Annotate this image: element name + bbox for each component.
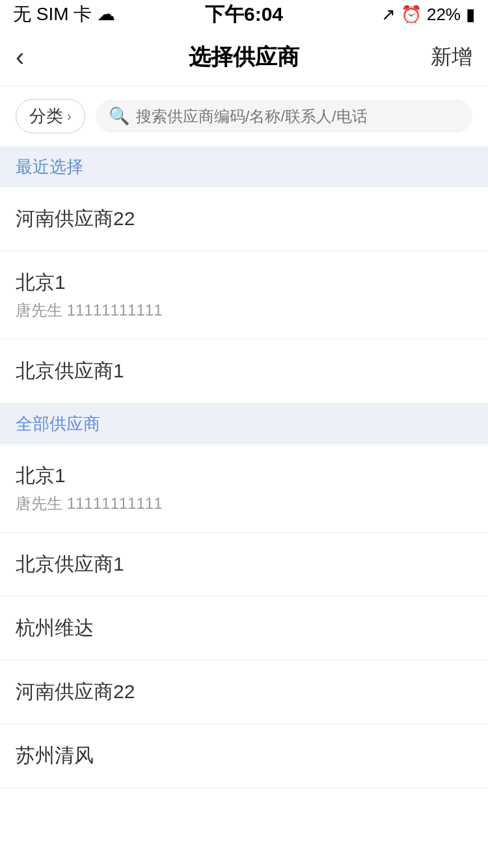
item-sub: 唐先生 11111111111 xyxy=(16,300,472,321)
sim-status: 无 SIM 卡 ☁ xyxy=(13,2,115,27)
list-item[interactable]: 河南供应商22 xyxy=(0,660,488,724)
back-button[interactable]: ‹ xyxy=(16,42,55,72)
list-item[interactable]: 北京1唐先生 11111111111 xyxy=(0,444,488,533)
list-item[interactable]: 北京供应商1 xyxy=(0,340,488,403)
status-right: ↗ ⏰ 22% ▮ xyxy=(381,5,475,25)
item-name: 河南供应商22 xyxy=(16,679,472,705)
item-name: 北京供应商1 xyxy=(16,358,472,385)
nav-bar: ‹ 选择供应商 新增 xyxy=(0,29,488,86)
recent-list: 河南供应商22北京1唐先生 11111111111北京供应商1 xyxy=(0,187,488,403)
item-name: 北京供应商1 xyxy=(16,551,472,578)
item-name: 杭州维达 xyxy=(16,615,472,642)
item-name: 河南供应商22 xyxy=(16,206,472,232)
filter-bar: 分类 › 🔍 xyxy=(0,86,488,146)
list-item[interactable]: 苏州清风 xyxy=(0,724,488,788)
recent-section-header: 最近选择 xyxy=(0,146,488,187)
list-item[interactable]: 杭州维达 xyxy=(0,597,488,660)
item-sub: 唐先生 11111111111 xyxy=(16,493,472,514)
list-item[interactable]: 北京1唐先生 11111111111 xyxy=(0,251,488,340)
status-left: 无 SIM 卡 ☁ xyxy=(13,2,115,27)
item-name: 苏州清风 xyxy=(16,742,472,769)
category-label: 分类 xyxy=(29,105,63,128)
search-box: 🔍 xyxy=(96,100,472,133)
all-section-header: 全部供应商 xyxy=(0,403,488,444)
status-bar: 无 SIM 卡 ☁ 下午6:04 ↗ ⏰ 22% ▮ xyxy=(0,0,488,29)
item-name: 北京1 xyxy=(16,269,472,296)
battery-indicator: 22% xyxy=(427,5,461,25)
location-icon: ↗ xyxy=(381,5,396,25)
add-button[interactable]: 新增 xyxy=(431,43,472,72)
alarm-icon: ⏰ xyxy=(401,5,422,25)
search-icon: 🔍 xyxy=(109,106,129,126)
chevron-right-icon: › xyxy=(67,109,72,124)
battery-icon: ▮ xyxy=(466,5,475,25)
search-input[interactable] xyxy=(136,107,459,126)
list-item[interactable]: 河南供应商22 xyxy=(0,187,488,251)
category-filter[interactable]: 分类 › xyxy=(16,99,85,133)
all-list: 北京1唐先生 11111111111北京供应商1杭州维达河南供应商22苏州清风 xyxy=(0,444,488,788)
status-time: 下午6:04 xyxy=(205,1,283,28)
list-item[interactable]: 北京供应商1 xyxy=(0,533,488,597)
page-title: 选择供应商 xyxy=(189,42,299,72)
item-name: 北京1 xyxy=(16,463,472,489)
